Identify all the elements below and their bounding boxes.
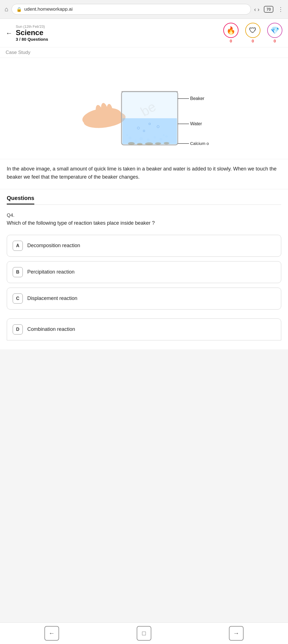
svg-point-25 (164, 142, 169, 144)
svg-point-22 (137, 143, 143, 145)
beaker-label: Beaker (190, 96, 204, 101)
questions-header: Questions (0, 189, 288, 205)
option-c-text: Displacement reaction (27, 295, 77, 301)
header-questions: 3 / 80 Questions (16, 37, 48, 42)
svg-point-21 (128, 142, 135, 145)
header-subject: Science (16, 29, 48, 37)
header-left: ← Sun (12th Feb'23) Science 3 / 80 Quest… (6, 24, 48, 42)
svg-point-8 (129, 136, 131, 139)
header-info: Sun (12th Feb'23) Science 3 / 80 Questio… (16, 24, 48, 42)
question-text: Which of the following type of reaction … (7, 219, 281, 227)
gem-score: 0 (274, 38, 276, 43)
option-d-text: Combination reaction (27, 326, 75, 332)
bottom-nav: ← □ → (0, 622, 288, 644)
description-text: In the above image, a small amount of qu… (7, 165, 281, 181)
svg-point-14 (165, 135, 168, 138)
option-a-text: Decomposition reaction (27, 243, 80, 249)
badge-fire: 🔥 0 (223, 23, 238, 43)
next-button[interactable]: → (229, 626, 244, 641)
menu-icon[interactable]: ⋮ (278, 6, 284, 13)
browser-chrome: ⌂ 🔒 udent.homeworkapp.ai ‹ › 70 ⋮ (0, 0, 288, 19)
app-header: ← Sun (12th Feb'23) Science 3 / 80 Quest… (0, 19, 288, 47)
svg-point-12 (154, 136, 156, 138)
url-bar[interactable]: 🔒 udent.homeworkapp.ai (12, 4, 251, 15)
shield-badge-circle: 🛡 (245, 23, 260, 38)
url-text: udent.homeworkapp.ai (24, 6, 73, 12)
svg-rect-7 (122, 118, 177, 144)
option-c[interactable]: C Displacement reaction (7, 288, 281, 310)
svg-point-11 (147, 138, 150, 141)
fire-badge-circle: 🔥 (223, 23, 238, 38)
beaker-diagram: Beaker Water Calcium oxide be (79, 63, 209, 153)
tab-count[interactable]: 70 (264, 6, 273, 13)
svg-point-15 (126, 134, 128, 136)
shield-score: 0 (252, 38, 254, 43)
badge-gem: 💎 0 (267, 23, 282, 43)
svg-point-13 (159, 138, 162, 141)
badge-shield: 🛡 0 (245, 23, 260, 43)
browser-actions: ‹ › 70 ⋮ (254, 6, 284, 13)
option-d[interactable]: D Combination reaction (7, 318, 281, 340)
option-c-letter: C (13, 293, 23, 304)
option-b-text: Percipitation reaction (27, 269, 75, 275)
home-button[interactable]: □ (137, 626, 151, 641)
svg-point-10 (140, 137, 143, 140)
water-label: Water (190, 121, 202, 126)
question-card: Q4. Which of the following type of react… (0, 205, 288, 349)
case-study-label: Case Study (0, 47, 288, 58)
questions-title: Questions (7, 195, 34, 204)
option-b[interactable]: B Percipitation reaction (7, 261, 281, 283)
svg-point-9 (134, 140, 137, 142)
beaker-svg: Beaker Water Calcium oxide be (79, 63, 209, 153)
option-a[interactable]: A Decomposition reaction (7, 235, 281, 257)
option-a-letter: A (13, 241, 23, 251)
fire-score: 0 (230, 38, 232, 43)
svg-point-24 (155, 142, 161, 145)
back-button[interactable]: ← (6, 29, 12, 37)
svg-point-23 (145, 142, 153, 145)
gem-badge-circle: 💎 (267, 23, 282, 38)
prev-button[interactable]: ← (44, 626, 59, 641)
description-section: In the above image, a small amount of qu… (0, 159, 288, 189)
calcium-oxide-label: Calcium oxide (190, 141, 209, 146)
browser-home-icon[interactable]: ⌂ (4, 6, 8, 13)
svg-point-16 (163, 134, 165, 136)
option-d-letter: D (13, 324, 23, 334)
options-list: A Decomposition reaction B Percipitation… (7, 235, 281, 340)
header-badges: 🔥 0 🛡 0 💎 0 (223, 23, 282, 43)
question-number: Q4. (7, 213, 281, 218)
option-b-letter: B (13, 267, 23, 277)
lock-icon: 🔒 (16, 7, 22, 12)
header-date: Sun (12th Feb'23) (16, 24, 48, 29)
image-section: Beaker Water Calcium oxide be (0, 58, 288, 159)
share-icon[interactable]: ‹ › (254, 6, 260, 13)
